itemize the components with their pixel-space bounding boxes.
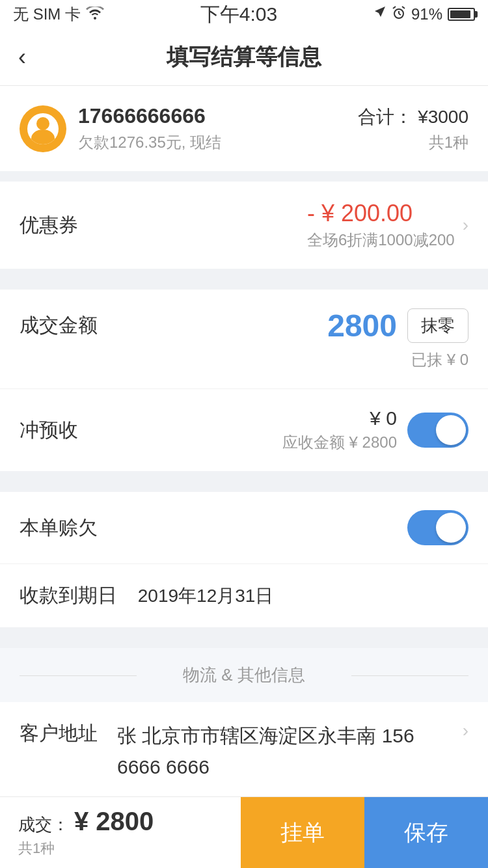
address-right: › [463, 720, 468, 741]
customer-left: 17666666666 欠款1276.35元, 现结 [20, 104, 221, 153]
section-divider-2 [0, 471, 488, 481]
prepay-amount: ¥ 0 [282, 407, 397, 429]
avatar [20, 105, 66, 152]
svg-line-3 [393, 7, 396, 8]
coupon-discount: - ¥ 200.00 [307, 200, 455, 227]
status-bar: 无 SIM 卡 下午4:03 91% [0, 0, 488, 29]
address-value: 张 北京市市辖区海淀区永丰南 156 6666 6666 [117, 720, 463, 783]
customer-info: 17666666666 欠款1276.35元, 现结 [78, 104, 221, 153]
debit-label: 本单赊欠 [20, 515, 98, 541]
avatar-icon [27, 113, 59, 144]
due-date-label: 收款到期日 [20, 584, 117, 606]
coupon-desc: 全场6折满1000减200 [307, 230, 455, 251]
due-date-section: 收款到期日 2019年12月31日 [0, 563, 488, 627]
svg-line-2 [399, 14, 401, 15]
total-label: 合计： [358, 107, 413, 127]
debit-toggle[interactable] [407, 510, 468, 545]
battery-percent: 91% [411, 5, 442, 23]
coupon-row[interactable]: 优惠券 - ¥ 200.00 全场6折满1000减200 › [0, 182, 488, 269]
customer-card: 17666666666 欠款1276.35元, 现结 合计： ¥3000 共1种 [0, 86, 488, 171]
pending-button[interactable]: 挂单 [241, 797, 364, 869]
main-content: 17666666666 欠款1276.35元, 现结 合计： ¥3000 共1种… [0, 86, 488, 868]
amount-row: 成交金额 2800 抹零 [20, 308, 468, 344]
save-button[interactable]: 保存 [364, 797, 488, 869]
prepay-value-group: ¥ 0 应收金额 ¥ 2800 [282, 407, 397, 453]
prepay-receivable: 应收金额 ¥ 2800 [282, 432, 397, 453]
debit-section: 本单赊欠 [0, 492, 488, 563]
prepay-right: ¥ 0 应收金额 ¥ 2800 [282, 407, 468, 453]
amount-number: 2800 [327, 308, 397, 344]
page-title: 填写结算等信息 [167, 42, 321, 72]
alarm-icon [392, 5, 406, 23]
nav-bar: ‹ 填写结算等信息 [0, 29, 488, 86]
total-count: 共1种 [358, 132, 468, 153]
bottom-deal-value: ¥ 2800 [74, 807, 154, 836]
amount-sub: 已抹 ¥ 0 [411, 351, 468, 368]
total-value: ¥3000 [418, 107, 468, 127]
prepay-toggle[interactable] [407, 413, 468, 448]
logistics-title: 物流 & 其他信息 [172, 664, 316, 686]
bottom-bar: 成交： ¥ 2800 共1种 挂单 保存 [0, 796, 488, 868]
bottom-summary: 成交： ¥ 2800 共1种 [0, 807, 241, 858]
section-divider-1 [0, 279, 488, 290]
wifi-icon [86, 5, 104, 23]
bottom-summary-top: 成交： ¥ 2800 [18, 807, 223, 836]
prepay-row: 冲预收 ¥ 0 应收金额 ¥ 2800 [0, 388, 488, 471]
coupon-right: - ¥ 200.00 全场6折满1000减200 › [307, 200, 468, 251]
customer-desc: 欠款1276.35元, 现结 [78, 132, 221, 153]
back-button[interactable]: ‹ [18, 44, 26, 71]
customer-right: 合计： ¥3000 共1种 [358, 105, 468, 153]
amount-value-group: 2800 抹零 [327, 308, 468, 344]
address-chevron-icon: › [463, 720, 468, 741]
location-icon [373, 5, 386, 23]
status-right: 91% [373, 5, 475, 23]
customer-phone: 17666666666 [78, 104, 221, 128]
due-date-value: 2019年12月31日 [138, 586, 274, 606]
logistics-header: 物流 & 其他信息 [0, 648, 488, 702]
status-left: 无 SIM 卡 [13, 4, 104, 25]
address-section[interactable]: 客户地址 张 北京市市辖区海淀区永丰南 156 6666 6666 › [0, 702, 488, 801]
bottom-deal-count: 共1种 [18, 839, 223, 858]
debit-toggle-knob [436, 513, 466, 543]
round-button[interactable]: 抹零 [407, 308, 468, 343]
amount-section: 成交金额 2800 抹零 已抹 ¥ 0 [0, 290, 488, 388]
amount-label: 成交金额 [20, 312, 98, 339]
bottom-deal-label: 成交： [18, 813, 69, 836]
status-time: 下午4:03 [200, 1, 277, 28]
toggle-knob [436, 415, 466, 445]
svg-line-4 [402, 7, 405, 8]
prepay-label: 冲预收 [20, 417, 78, 444]
address-label: 客户地址 [20, 720, 104, 747]
logistics-divider [0, 638, 488, 648]
coupon-label: 优惠券 [20, 212, 78, 239]
no-sim-text: 无 SIM 卡 [13, 4, 81, 25]
battery-icon [448, 8, 475, 21]
coupon-chevron-icon: › [463, 215, 468, 236]
